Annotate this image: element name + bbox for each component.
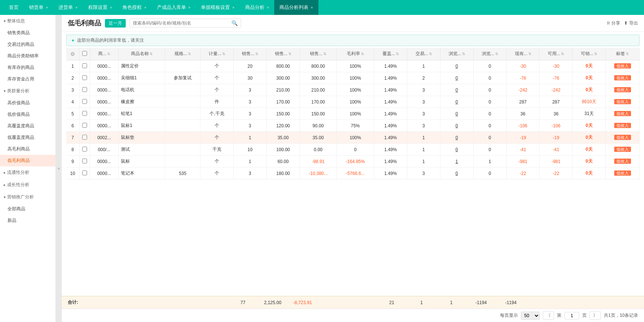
cell-name[interactable]: 电话机 (119, 84, 165, 96)
nav-sales[interactable]: 销货单 × (24, 0, 53, 15)
nav-permissions[interactable]: 权限设置 × (83, 0, 117, 15)
sidebar-item-low-margin[interactable]: 低毛利商品 (0, 155, 55, 166)
cell-name[interactable]: 吴细细1 (119, 72, 165, 84)
cell-checkbox[interactable] (79, 168, 90, 179)
sidebar-item-traded-goods[interactable]: 交易过的商品 (0, 39, 55, 50)
sidebar-group-growth[interactable]: ▸ 成长性分析 (0, 179, 55, 191)
col-unit[interactable]: 计量...⇅ (201, 48, 234, 60)
nav-template[interactable]: 单据模板设置 × (196, 0, 240, 15)
cell-name[interactable]: 鼠标垫 (119, 132, 165, 144)
sidebar-item-category-assist[interactable]: 商品分类助销率 (0, 50, 55, 62)
col-sellable[interactable]: 可销...⇅ (573, 48, 606, 60)
cell-browse1[interactable]: 0 (440, 120, 473, 132)
cell-browse1[interactable]: 0 (440, 60, 473, 72)
next-page-button[interactable]: 〉 (590, 311, 601, 320)
nav-purchase[interactable]: 进货单 × (53, 0, 83, 15)
cell-browse1[interactable]: 0 (440, 168, 473, 179)
cell-browse1[interactable]: 0 (440, 96, 473, 108)
sidebar-group-marketing[interactable]: ▾ 营销推广分析 (0, 191, 55, 203)
cell-checkbox[interactable] (79, 96, 90, 108)
col-tag[interactable]: 标签⇅ (606, 48, 640, 60)
page-size-select[interactable]: 50 100 200 (521, 312, 540, 320)
close-purchase-icon[interactable]: × (75, 5, 77, 10)
col-gross-margin[interactable]: 毛利率⇅ (337, 48, 374, 60)
close-sales-icon[interactable]: × (46, 5, 48, 10)
sidebar-item-low-value[interactable]: 低价值商品 (0, 109, 55, 120)
sidebar-group-cluster[interactable]: ▾ 类群量分析 (0, 85, 55, 97)
cell-no: 1 (66, 60, 79, 72)
cell-browse1[interactable]: 0 (440, 144, 473, 156)
cell-browse1[interactable]: 0 (440, 108, 473, 120)
col-transaction[interactable]: 交易...⇅ (407, 48, 440, 60)
col-code[interactable]: 商...⇅ (90, 48, 119, 60)
sidebar-item-high-coverage[interactable]: 高覆盖度商品 (0, 120, 55, 132)
settings-icon[interactable]: ⚙ (70, 51, 75, 57)
cell-coverage: 1.49% (374, 156, 407, 168)
cell-checkbox[interactable] (79, 108, 90, 120)
sidebar-item-new-goods[interactable]: 新品 (0, 215, 55, 226)
cell-spec (165, 144, 200, 156)
cell-browse1[interactable]: 0 (440, 84, 473, 96)
close-roles-icon[interactable]: × (144, 5, 146, 10)
sort-browse2-icon: ⇅ (495, 52, 498, 56)
nav-goods-analysis[interactable]: 商品分析 × (240, 0, 274, 15)
cell-name[interactable]: 测试 (119, 144, 165, 156)
col-available[interactable]: 可用...⇅ (539, 48, 573, 60)
col-browse1[interactable]: 浏览...⇅ (440, 48, 473, 60)
cell-name[interactable]: 属性定价 (119, 60, 165, 72)
col-name[interactable]: 商品名称⇅ (119, 48, 165, 60)
sidebar-group-overall[interactable]: ▾ 整体信息 (0, 15, 55, 27)
sidebar-item-high-value[interactable]: 高价值商品 (0, 97, 55, 109)
col-browse2[interactable]: 浏览...⇅ (473, 48, 506, 60)
col-coverage[interactable]: 覆盖...⇅ (374, 48, 407, 60)
export-button[interactable]: ⬆ 导出 (624, 20, 638, 26)
close-goods-analysis-list-icon[interactable]: × (311, 5, 313, 10)
cell-name[interactable]: 鼠标 (119, 156, 165, 168)
sidebar-item-sales-goods[interactable]: 销售类商品 (0, 27, 55, 39)
sidebar-item-stock-capital[interactable]: 库存资金占用 (0, 73, 55, 85)
nav-product-inbound[interactable]: 产成品入库单 × (152, 0, 196, 15)
col-current-stock[interactable]: 现有...⇅ (506, 48, 539, 60)
search-icon[interactable]: 🔍 (231, 20, 238, 26)
sidebar-item-low-coverage[interactable]: 低覆盖度商品 (0, 132, 55, 143)
cell-checkbox[interactable] (79, 60, 90, 72)
cell-checkbox[interactable] (79, 72, 90, 84)
sidebar-item-all-goods[interactable]: 全部商品 (0, 203, 55, 215)
cell-name[interactable]: 笔记本 (119, 168, 165, 179)
share-button[interactable]: ⎘ 分享 (607, 20, 620, 26)
search-input[interactable] (133, 20, 231, 26)
cell-browse1[interactable]: 0 (440, 132, 473, 144)
page-input[interactable] (564, 312, 579, 319)
nav-roles[interactable]: 角色授权 × (117, 0, 151, 15)
select-all-checkbox[interactable] (82, 51, 87, 56)
nav-home[interactable]: 首页 (4, 0, 24, 15)
close-permissions-icon[interactable]: × (110, 5, 112, 10)
close-goods-analysis-icon[interactable]: × (267, 5, 269, 10)
col-spec[interactable]: 规格...⇅ (165, 48, 200, 60)
cell-checkbox[interactable] (79, 84, 90, 96)
cell-name[interactable]: 橡皮擦 (119, 96, 165, 108)
col-sales-price[interactable]: 销售...⇅ (266, 48, 299, 60)
close-template-icon[interactable]: × (232, 5, 234, 10)
export-icon: ⬆ (624, 20, 628, 26)
sidebar-group-circulation[interactable]: ▸ 流通性分析 (0, 166, 55, 179)
sidebar-collapse-button[interactable]: « (56, 15, 62, 322)
col-sales-profit[interactable]: 销售...⇅ (299, 48, 336, 60)
nav-goods-analysis-list[interactable]: 商品分析列表 × (274, 0, 318, 15)
time-filter-button[interactable]: 近一月 (105, 19, 126, 28)
sidebar-item-high-margin[interactable]: 高毛利商品 (0, 143, 55, 155)
cell-checkbox[interactable] (79, 144, 90, 156)
prev-page-button[interactable]: 〈 (543, 311, 554, 320)
cell-name[interactable]: 铅笔1 (119, 108, 165, 120)
cell-checkbox[interactable] (79, 132, 90, 144)
col-sales-qty[interactable]: 销售...⇅ (233, 48, 266, 60)
close-product-inbound-icon[interactable]: × (188, 5, 190, 10)
cell-checkbox[interactable] (79, 156, 90, 168)
cell-name[interactable]: 鼠标1 (119, 120, 165, 132)
col-checkbox[interactable] (79, 48, 90, 60)
cell-checkbox[interactable] (79, 120, 90, 132)
cell-browse1[interactable]: 0 (440, 72, 473, 84)
col-gear[interactable]: ⚙ (66, 48, 79, 60)
sidebar-item-stock-goods[interactable]: 有库存的商品 (0, 62, 55, 73)
cell-browse1[interactable]: 1 (440, 156, 473, 168)
